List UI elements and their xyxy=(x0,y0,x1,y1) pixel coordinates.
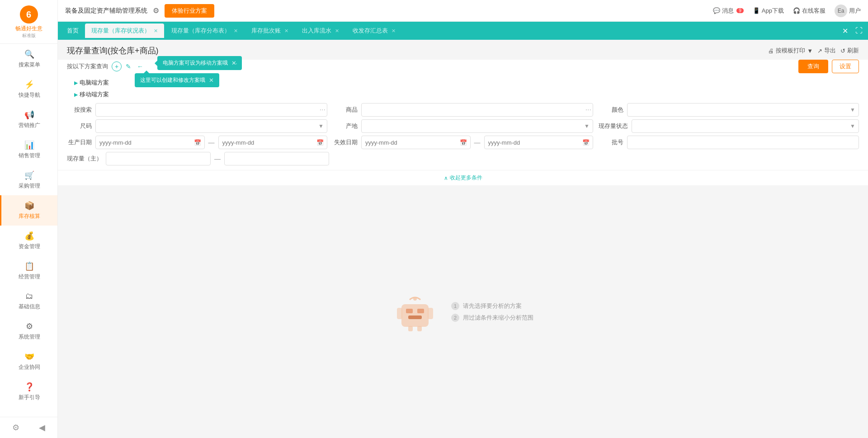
empty-content: 1 请先选择要分析的方案 2 用过滤条件来缩小分析范围 xyxy=(392,291,533,333)
empty-num-2: 2 xyxy=(451,314,459,322)
prod-date-start-calendar-icon[interactable]: 📅 xyxy=(194,139,201,146)
stock-status-select-wrap: ▼ xyxy=(632,119,859,133)
app-download-label: App下载 xyxy=(762,7,784,15)
inventory-icon: 📦 xyxy=(24,201,34,211)
back-scheme-button[interactable]: ← xyxy=(135,61,145,71)
sidebar-item-label: 经营管理 xyxy=(19,273,40,281)
industry-plan-button[interactable]: 体验行业方案 xyxy=(165,4,214,18)
print-icon: 🖨 xyxy=(768,47,774,54)
svg-rect-5 xyxy=(428,308,433,319)
collapse-bar[interactable]: ∧ 收起更多条件 xyxy=(58,170,868,185)
sidebar-item-basic-info[interactable]: 🗂 基础信息 xyxy=(0,286,57,316)
tab-fullscreen-icon[interactable]: ⛶ xyxy=(854,27,864,35)
tooltip-create-text: 这里可以创建和修改方案哦 xyxy=(140,76,205,84)
sidebar-item-purchase[interactable]: 🛒 采购管理 xyxy=(0,165,57,195)
prod-date-start-wrap: 📅 xyxy=(95,136,205,149)
tab-flow[interactable]: 出入库流水 ✕ xyxy=(296,24,345,38)
tab-close-icon[interactable]: ✕ xyxy=(234,28,238,34)
collapse-label: 收起更多条件 xyxy=(450,174,482,182)
sidebar-item-label: 库存核算 xyxy=(19,212,40,220)
expiry-date-start-input[interactable] xyxy=(361,136,471,149)
app-download-item[interactable]: 📱 App下载 xyxy=(753,7,784,15)
sidebar-item-marketing[interactable]: 📢 营销推广 xyxy=(0,104,57,135)
tab-batch[interactable]: 库存批次账 ✕ xyxy=(245,24,295,38)
sidebar-item-sales[interactable]: 📊 销售管理 xyxy=(0,135,57,165)
reset-button[interactable]: 设置 xyxy=(832,60,859,73)
origin-select[interactable] xyxy=(361,119,593,133)
filter-cell-stock-status: 现存量状态 ▼ xyxy=(599,119,859,133)
edit-scheme-button[interactable]: ✎ xyxy=(123,61,133,71)
stock-main-input-end[interactable] xyxy=(224,152,329,165)
tab-home[interactable]: 首页 xyxy=(61,27,84,35)
origin-select-wrap: ▼ xyxy=(361,119,593,133)
warehouse-input[interactable] xyxy=(95,103,327,117)
search-button[interactable]: 查询 xyxy=(798,60,828,73)
sidebar-item-system[interactable]: ⚙ 系统管理 xyxy=(0,316,57,346)
stock-main-input[interactable] xyxy=(106,152,211,165)
filter-icon-group: + ✎ ← xyxy=(112,61,145,71)
sidebar-item-guide[interactable]: ❓ 新手引导 xyxy=(0,377,57,407)
page-title: 现存量查询(按仓库+商品) xyxy=(67,45,159,56)
scheme-item-mobile[interactable]: ▶ 移动端方案 xyxy=(71,89,859,100)
tab-close-icon[interactable]: ✕ xyxy=(284,28,288,34)
sidebar-item-enterprise[interactable]: 🤝 企业协同 xyxy=(0,346,57,377)
prod-date-end-calendar-icon[interactable]: 📅 xyxy=(316,139,324,146)
page-actions: 🖨 按模板打印 ▼ ↗ 导出 ↺ 刷新 xyxy=(768,47,859,55)
search-menu-icon: 🔍 xyxy=(24,49,34,59)
scheme-arrow-icon: ▶ xyxy=(74,92,78,98)
online-service-item[interactable]: 🎧 在线客服 xyxy=(793,7,826,15)
expiry-date-dash: — xyxy=(474,139,481,146)
expiry-date-end-calendar-icon[interactable]: 📅 xyxy=(582,139,590,146)
refresh-button[interactable]: ↺ 刷新 xyxy=(840,47,859,55)
sidebar-item-search-menu[interactable]: 🔍 搜索菜单 xyxy=(0,44,57,74)
filter-header: 按以下方案查询 + ✎ ← 电脑方案可设为移动方案哦 ✕ ··· 这里可以创建和… xyxy=(67,60,859,73)
sidebar-item-finance[interactable]: 💰 资金管理 xyxy=(0,226,57,256)
header-left: 装备及固定资产辅助管理系统 ⚙ 体验行业方案 xyxy=(65,4,214,18)
sidebar: 6 畅通好生意 标准版 🔍 搜索菜单 ⚡ 快捷导航 📢 营销推广 📊 销售管理 … xyxy=(0,0,58,438)
sidebar-item-operations[interactable]: 📋 经营管理 xyxy=(0,256,57,286)
sidebar-collapse-btn[interactable]: ◀ xyxy=(39,423,45,433)
color-select[interactable] xyxy=(627,103,859,117)
tabs-right-actions: ✕ ⛶ xyxy=(840,27,864,35)
tooltip-scheme-text: 电脑方案可设为移动方案哦 xyxy=(163,59,228,67)
system-title: 装备及固定资产辅助管理系统 xyxy=(65,7,147,15)
headset-icon: 🎧 xyxy=(793,7,800,14)
expiry-date-start-calendar-icon[interactable]: 📅 xyxy=(460,139,467,146)
filter-cell-prod-date: 生产日期 📅 — 📅 xyxy=(67,136,327,149)
system-settings-icon[interactable]: ⚙ xyxy=(153,6,159,15)
user-area[interactable]: Ea 用户 xyxy=(835,5,861,17)
expiry-date-end-input[interactable] xyxy=(484,136,594,149)
tab-close-icon[interactable]: ✕ xyxy=(392,28,396,34)
size-select[interactable] xyxy=(95,119,327,133)
logo-area: 6 畅通好生意 标准版 xyxy=(0,0,57,44)
tab-close-icon[interactable]: ✕ xyxy=(335,28,339,34)
tab-inventory-status[interactable]: 现存量（库存状况表） ✕ xyxy=(85,24,164,38)
batch-input[interactable] xyxy=(627,136,859,149)
print-button[interactable]: 🖨 按模板打印 ▼ xyxy=(768,47,813,55)
prod-date-end-input[interactable] xyxy=(218,136,328,149)
sidebar-item-inventory[interactable]: 📦 库存核算 xyxy=(0,195,57,226)
size-label: 尺码 xyxy=(67,122,92,130)
basic-info-icon: 🗂 xyxy=(25,292,33,301)
filter-cell-batch: 批号 xyxy=(599,136,859,149)
export-button[interactable]: ↗ 导出 xyxy=(817,47,836,55)
message-item[interactable]: 💬 消息 9 xyxy=(713,7,744,15)
top-header: 装备及固定资产辅助管理系统 ⚙ 体验行业方案 💬 消息 9 📱 App下载 🎧 … xyxy=(58,0,868,22)
sidebar-settings-btn[interactable]: ⚙ xyxy=(12,423,19,433)
tooltip-create: 这里可以创建和修改方案哦 ✕ xyxy=(135,73,219,87)
tab-inventory-dist[interactable]: 现存量（库存分布表） ✕ xyxy=(165,24,244,38)
prod-date-start-input[interactable] xyxy=(95,136,205,149)
stock-status-select[interactable] xyxy=(632,119,859,133)
tab-close-all-icon[interactable]: ✕ xyxy=(840,27,850,35)
scheme-mobile-label: 移动端方案 xyxy=(80,90,109,99)
sidebar-item-quick-nav[interactable]: ⚡ 快捷导航 xyxy=(0,74,57,104)
message-icon: 💬 xyxy=(713,7,720,14)
tab-close-icon[interactable]: ✕ xyxy=(154,28,158,34)
header-right: 💬 消息 9 📱 App下载 🎧 在线客服 Ea 用户 xyxy=(713,5,861,17)
add-scheme-button[interactable]: + xyxy=(112,61,122,71)
marketing-icon: 📢 xyxy=(24,110,34,120)
enterprise-icon: 🤝 xyxy=(24,352,34,362)
goods-input[interactable] xyxy=(361,103,593,117)
tooltip-create-close[interactable]: ✕ xyxy=(209,77,214,84)
tab-summary[interactable]: 收发存汇总表 ✕ xyxy=(346,24,402,38)
